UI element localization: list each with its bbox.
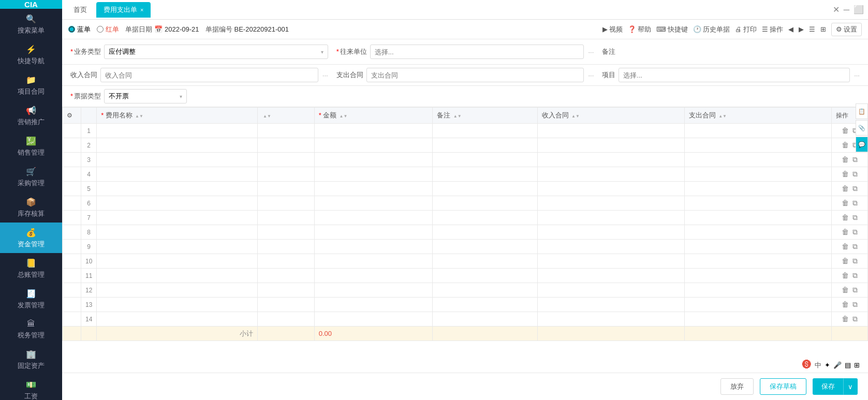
row-delete-icon[interactable]: 🗑	[842, 199, 849, 207]
row-name-cell[interactable]	[97, 225, 258, 240]
row-name-cell[interactable]	[97, 196, 258, 211]
sidebar-item-search[interactable]: 🔍 搜索菜单	[0, 9, 62, 39]
row-expense-cell[interactable]	[684, 153, 831, 167]
row-delete-icon[interactable]: 🗑	[842, 242, 849, 250]
row-note-cell[interactable]	[433, 240, 537, 254]
row-income-cell[interactable]	[537, 182, 684, 196]
row-amount-cell[interactable]	[314, 211, 433, 225]
row-name-cell[interactable]	[97, 138, 258, 153]
col-expense-sort-icon[interactable]: ▲▼	[718, 114, 727, 118]
row-amount-cell[interactable]	[314, 138, 433, 153]
row-amount-cell[interactable]	[314, 298, 433, 312]
row-sort-cell[interactable]	[257, 269, 314, 283]
sidebar-item-tax[interactable]: 🏛 税务管理	[0, 314, 62, 344]
row-name-cell[interactable]	[97, 182, 258, 196]
help-btn[interactable]: ❓ 帮助	[628, 25, 651, 34]
row-sort-cell[interactable]	[257, 153, 314, 167]
row-note-cell[interactable]	[433, 312, 537, 327]
row-sort-cell[interactable]	[257, 196, 314, 211]
partner-input[interactable]	[370, 45, 584, 59]
expense-contract-dots-btn[interactable]: ···	[588, 71, 594, 79]
row-delete-icon[interactable]: 🗑	[842, 141, 849, 149]
sidebar-item-purchase[interactable]: 🛒 采购管理	[0, 161, 62, 192]
blue-radio-label[interactable]: 蓝单	[68, 25, 91, 34]
row-sort-cell[interactable]	[257, 138, 314, 153]
view-list-btn[interactable]: ☰	[809, 25, 815, 33]
float-btn-2[interactable]: 📎	[856, 120, 868, 136]
income-contract-dots-btn[interactable]: ···	[322, 71, 328, 79]
row-delete-icon[interactable]: 🗑	[842, 286, 849, 294]
income-contract-input[interactable]	[100, 68, 318, 82]
sidebar-item-finance[interactable]: 💰 资金管理	[0, 223, 62, 253]
row-sort-cell[interactable]	[257, 312, 314, 327]
row-copy-icon[interactable]: ⧉	[852, 257, 858, 265]
row-sort-cell[interactable]	[257, 240, 314, 254]
shortcut-btn[interactable]: ⌨ 快捷键	[656, 25, 688, 34]
window-close-icon[interactable]: ✕	[833, 5, 840, 14]
row-income-cell[interactable]	[537, 211, 684, 225]
col-amount-sort-icon[interactable]: ▲▼	[340, 114, 348, 118]
row-delete-icon[interactable]: 🗑	[842, 315, 849, 323]
row-amount-cell[interactable]	[314, 124, 433, 138]
row-sort-cell[interactable]	[257, 283, 314, 298]
sidebar-item-marketing[interactable]: 📢 营销推广	[0, 100, 62, 131]
row-note-cell[interactable]	[433, 298, 537, 312]
row-name-cell[interactable]	[97, 283, 258, 298]
row-note-cell[interactable]	[433, 182, 537, 196]
row-delete-icon[interactable]: 🗑	[842, 155, 849, 164]
float-btn-1[interactable]: 📋	[856, 103, 868, 119]
row-delete-icon[interactable]: 🗑	[842, 300, 849, 308]
ops-btn[interactable]: ☰ 操作	[762, 25, 783, 34]
row-copy-icon[interactable]: ⧉	[852, 300, 858, 308]
red-radio-input[interactable]	[97, 26, 104, 33]
sidebar-item-assets[interactable]: 🏢 固定资产	[0, 344, 62, 375]
row-delete-icon[interactable]: 🗑	[842, 257, 849, 265]
row-name-cell[interactable]	[97, 211, 258, 225]
row-income-cell[interactable]	[537, 167, 684, 182]
project-input[interactable]	[619, 68, 850, 82]
red-radio-label[interactable]: 红单	[97, 25, 119, 34]
row-note-cell[interactable]	[433, 124, 537, 138]
row-delete-icon[interactable]: 🗑	[842, 271, 849, 279]
row-note-cell[interactable]	[433, 167, 537, 182]
row-name-cell[interactable]	[97, 312, 258, 327]
sidebar-item-project[interactable]: 📁 项目合同	[0, 70, 62, 100]
row-income-cell[interactable]	[537, 196, 684, 211]
row-note-cell[interactable]	[433, 269, 537, 283]
row-sort-cell[interactable]	[257, 298, 314, 312]
row-name-cell[interactable]	[97, 298, 258, 312]
row-income-cell[interactable]	[537, 138, 684, 153]
project-dots-btn[interactable]: ···	[854, 71, 860, 79]
tab-home[interactable]: 首页	[66, 2, 94, 18]
settings-button[interactable]: ⚙ 设置	[831, 23, 862, 36]
tab-close-icon[interactable]: ×	[140, 7, 143, 13]
row-expense-cell[interactable]	[684, 167, 831, 182]
col-income-sort-icon[interactable]: ▲▼	[571, 114, 580, 118]
col-config-header[interactable]: ⚙	[63, 108, 81, 124]
row-income-cell[interactable]	[537, 312, 684, 327]
row-amount-cell[interactable]	[314, 225, 433, 240]
row-sort-cell[interactable]	[257, 225, 314, 240]
row-copy-icon[interactable]: ⧉	[852, 286, 858, 294]
sidebar-item-accounting[interactable]: 📒 总账管理	[0, 253, 62, 284]
history-btn[interactable]: 🕐 历史单据	[693, 25, 730, 34]
row-expense-cell[interactable]	[684, 211, 831, 225]
row-expense-cell[interactable]	[684, 240, 831, 254]
row-amount-cell[interactable]	[314, 196, 433, 211]
row-name-cell[interactable]	[97, 240, 258, 254]
row-amount-cell[interactable]	[314, 269, 433, 283]
row-amount-cell[interactable]	[314, 283, 433, 298]
col-name-sort-icon[interactable]: ▲▼	[135, 114, 143, 118]
row-sort-cell[interactable]	[257, 167, 314, 182]
sidebar-item-invoice[interactable]: 🧾 发票管理	[0, 284, 62, 314]
row-delete-icon[interactable]: 🗑	[842, 184, 849, 192]
row-name-cell[interactable]	[97, 167, 258, 182]
row-delete-icon[interactable]: 🗑	[842, 170, 849, 178]
row-expense-cell[interactable]	[684, 283, 831, 298]
row-amount-cell[interactable]	[314, 312, 433, 327]
row-income-cell[interactable]	[537, 283, 684, 298]
row-note-cell[interactable]	[433, 225, 537, 240]
blue-radio-input[interactable]	[68, 26, 75, 33]
row-amount-cell[interactable]	[314, 153, 433, 167]
biz-type-select[interactable]: 应付调整 ▾	[104, 45, 328, 59]
